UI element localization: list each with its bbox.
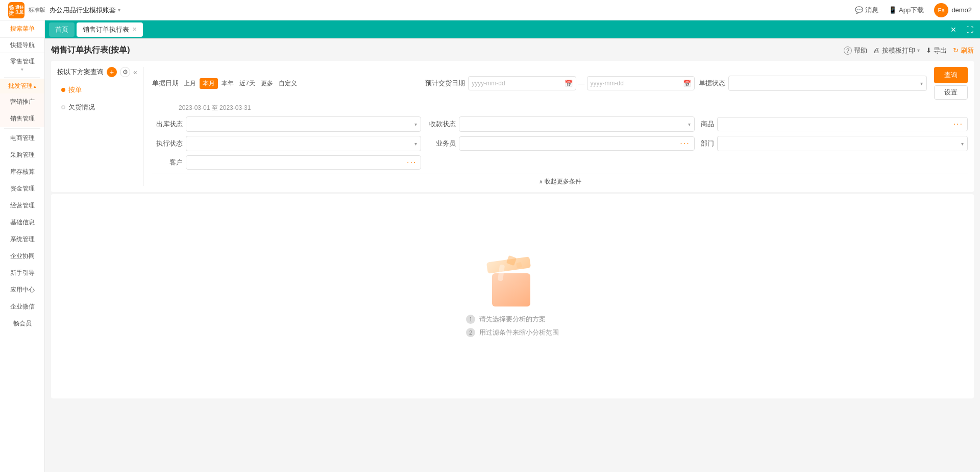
department-select[interactable] — [717, 136, 968, 151]
calendar-icon2: 📅 — [683, 80, 691, 87]
solution-item-by-arrears[interactable]: 欠货情况 — [57, 100, 139, 115]
department-label: 部门 — [699, 139, 714, 148]
sidebar-item-appcenter[interactable]: 应用中心 — [0, 281, 44, 298]
sidebar-item-marketing[interactable]: 营销推广 — [0, 93, 44, 110]
date-btn-current-year[interactable]: 本年 — [219, 78, 236, 89]
solution-item-by-order[interactable]: 按单 — [57, 82, 139, 98]
sidebar-item-inventory[interactable]: 库存核算 — [0, 163, 44, 180]
export-button[interactable]: ⬇ 导出 — [926, 46, 947, 55]
date-btn-last-month[interactable]: 上月 — [182, 78, 198, 89]
customer-dots-button[interactable]: ··· — [407, 158, 416, 167]
empty-state: 1 请先选择要分析的方案 2 用过滤条件来缩小分析范围 — [51, 194, 974, 398]
sidebar-item-member[interactable]: 畅会员 — [0, 315, 44, 332]
add-solution-button[interactable]: + — [107, 67, 117, 77]
solution-label2: 欠货情况 — [68, 103, 95, 112]
app-download-button[interactable]: 📱 App下载 — [889, 6, 924, 15]
page-header-actions: ? 帮助 🖨 按模板打印 ▾ ⬇ 导出 ↻ 刷新 — [844, 46, 974, 55]
delivery-label: 出库状态 — [152, 120, 183, 129]
help-button[interactable]: ? 帮助 — [844, 46, 867, 55]
collapse-more-button[interactable]: ∧ 收起更多条件 — [539, 177, 581, 186]
date-quick-buttons: 上月 本月 本年 近7天 更多 自定义 — [182, 78, 299, 89]
tab-sales-exec[interactable]: 销售订单执行表 ✕ — [77, 22, 143, 37]
expected-date-to-input[interactable]: yyyy-mm-dd 📅 — [587, 76, 695, 90]
collapse-more-bar: ∧ 收起更多条件 — [152, 174, 968, 186]
enterprise-wechat-label: 企业微信 — [10, 302, 35, 311]
sidebar-search[interactable]: 搜索菜单 — [0, 20, 44, 38]
hint-number-2: 2 — [466, 328, 475, 337]
exec-status-select[interactable] — [186, 136, 421, 151]
basic-label: 基础信息 — [10, 218, 35, 227]
setting-button[interactable]: 设置 — [934, 85, 968, 100]
help-icon: ? — [844, 46, 852, 55]
app-label: 标准版 — [29, 6, 45, 14]
sidebar-item-purchase[interactable]: 采购管理 — [0, 147, 44, 163]
tab-close-icon[interactable]: ✕ — [132, 26, 137, 33]
sidebar-item-ecommerce[interactable]: 电商管理 — [0, 130, 44, 147]
industry-title: 办公用品行业模拟账套 — [50, 6, 116, 15]
newbie-label: 新手引导 — [10, 269, 35, 277]
industry-selector[interactable]: 办公用品行业模拟账套 ▾ — [50, 6, 120, 15]
logo: 畅捷 通好生意 — [8, 2, 24, 18]
status-select[interactable] — [728, 76, 927, 91]
sidebar-item-wholesale[interactable]: 批发管理 ▴ — [0, 79, 44, 93]
expected-date-from-input[interactable]: yyyy-mm-dd 📅 — [468, 76, 576, 90]
date-btn-more[interactable]: 更多 — [259, 78, 275, 89]
delivery-select[interactable] — [186, 116, 421, 132]
tab-maximize-button[interactable]: ⛶ — [964, 23, 976, 36]
receipt-select[interactable] — [459, 116, 694, 132]
purchase-label: 采购管理 — [10, 151, 35, 159]
export-icon: ⬇ — [926, 46, 932, 54]
tab-sales-exec-label: 销售订单执行表 — [83, 25, 129, 34]
date-btn-7days[interactable]: 近7天 — [237, 78, 257, 89]
status-label: 单据状态 — [699, 79, 725, 88]
sidebar-item-cooperation[interactable]: 企业协同 — [0, 248, 44, 265]
filter-row-4: 客户 ··· — [152, 155, 968, 170]
sidebar-item-enterprise-wechat[interactable]: 企业微信 — [0, 298, 44, 315]
user-area[interactable]: Ea demo2 — [934, 3, 972, 17]
refresh-button[interactable]: ↻ 刷新 — [953, 46, 974, 55]
refresh-label: 刷新 — [961, 46, 974, 55]
export-label: 导出 — [934, 46, 947, 55]
product-dots-button[interactable]: ··· — [953, 120, 963, 129]
settings-solution-button[interactable]: ⚙ — [120, 67, 130, 77]
query-button[interactable]: 查询 — [934, 67, 968, 83]
date-btn-current-month[interactable]: 本月 — [200, 78, 218, 89]
search-menu-label[interactable]: 搜索菜单 — [10, 25, 35, 32]
filter-field-customer: 客户 ··· — [152, 155, 421, 170]
sidebar-separator — [4, 77, 40, 78]
filter-card-inner: 按以下方案查询 + ⚙ « 按单 欠货情况 — [57, 67, 968, 186]
operation-label: 经营管理 — [10, 201, 35, 210]
exec-status-select-wrap: ▾ — [186, 136, 421, 151]
collapse-label: 收起更多条件 — [545, 177, 581, 186]
tab-home[interactable]: 首页 — [49, 22, 75, 37]
quick-nav-label[interactable]: 快捷导航 — [10, 41, 35, 49]
chevron-down-icon2: ▾ — [917, 48, 920, 53]
template-print-button[interactable]: 🖨 按模板打印 ▾ — [873, 46, 920, 55]
sidebar-item-basic[interactable]: 基础信息 — [0, 214, 44, 231]
product-input-wrap: ··· — [717, 117, 968, 131]
collapse-panel-button[interactable]: « — [133, 68, 137, 76]
date-btn-custom[interactable]: 自定义 — [277, 78, 299, 89]
tab-close-window-button[interactable]: ✕ — [947, 23, 960, 36]
filter-form: 单据日期 上月 本月 本年 近7天 更多 自定义 — [144, 67, 968, 186]
sidebar-item-system[interactable]: 系统管理 — [0, 231, 44, 248]
filter-field-date: 单据日期 上月 本月 本年 近7天 更多 自定义 — [152, 78, 421, 89]
date-range-divider: — — [578, 80, 585, 87]
filter-row-2: 出库状态 ▾ 收款状态 ▾ — [152, 116, 968, 132]
message-button[interactable]: 💬 消息 — [855, 6, 878, 15]
sales-label: 销售管理 — [10, 114, 35, 123]
chevron-up-icon: ▴ — [34, 84, 36, 89]
sidebar-item-operation[interactable]: 经营管理 — [0, 197, 44, 214]
top-bar: 畅捷 通好生意 标准版 办公用品行业模拟账套 ▾ 💬 消息 📱 App下载 Ea… — [0, 0, 980, 20]
exec-status-label: 执行状态 — [152, 139, 183, 148]
sidebar-item-sales[interactable]: 销售管理 — [0, 110, 44, 127]
salesperson-dots-button[interactable]: ··· — [680, 139, 690, 148]
sidebar-item-retail[interactable]: 零售管理 ▾ — [0, 53, 44, 76]
customer-label: 客户 — [152, 158, 183, 167]
sidebar-item-newbie[interactable]: 新手引导 — [0, 265, 44, 281]
filter-field-delivery: 出库状态 ▾ — [152, 116, 421, 132]
sidebar-item-finance[interactable]: 资金管理 — [0, 180, 44, 197]
sidebar-nav[interactable]: 快捷导航 — [0, 38, 44, 53]
tab-bar-right: ✕ ⛶ — [947, 23, 976, 36]
app-download-icon: 📱 — [889, 6, 897, 14]
